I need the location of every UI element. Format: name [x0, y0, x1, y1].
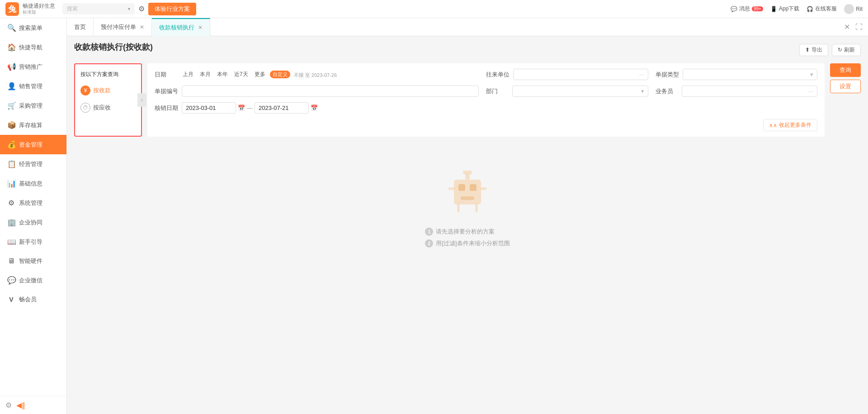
- receipt-option-icon: ¥: [80, 86, 90, 95]
- app-icon: 📱: [770, 6, 777, 12]
- sidebar-item-enterprise[interactable]: 🏢 企业协同: [0, 213, 66, 232]
- date-label: 日期: [155, 71, 177, 79]
- sidebar-item-system[interactable]: ⚙ 系统管理: [0, 193, 66, 213]
- sidebar: 🔍 搜索菜单 🏠 快捷导航 📢 营销推广 👤 销售管理 🛒 采购管理 📦 库存核…: [0, 18, 67, 414]
- message-badge: 99+: [752, 6, 763, 11]
- query-area: 日期 上月 本月 本年 近7天 更多 自定义: [147, 63, 861, 137]
- page-content: 收款核销执行(按收款) ⬆ 导出 ↻ 刷新 按以下方案查询: [67, 36, 868, 414]
- sidebar-item-quick-nav[interactable]: 🏠 快捷导航: [0, 38, 66, 57]
- date-btn-more[interactable]: 更多: [253, 70, 267, 79]
- sidebar-collapse-icon[interactable]: ◀‖: [16, 401, 25, 409]
- sidebar-bottom: ⚙ ◀‖: [0, 396, 66, 414]
- tab-receipt-verify[interactable]: 收款核销执行 ✕: [152, 18, 210, 36]
- doc-type-label: 单据类型: [656, 71, 679, 79]
- empty-state: 1 请先选择要分析的方案 2 用[过滤]条件来缩小分析范围: [74, 137, 861, 275]
- tab-receipt-verify-close-icon[interactable]: ✕: [198, 24, 203, 31]
- sidebar-item-biz[interactable]: 📋 经营管理: [0, 154, 66, 174]
- search-placeholder: 搜索: [67, 5, 78, 13]
- filter-sidebar-collapse-icon[interactable]: ‹: [137, 93, 146, 107]
- staff-select[interactable]: ···: [682, 86, 818, 97]
- date-btn-7days[interactable]: 近7天: [232, 70, 250, 79]
- sidebar-item-marketing[interactable]: 📢 营销推广: [0, 57, 66, 76]
- verify-date-field: 核销日期 📅 — 📅: [155, 102, 482, 114]
- doc-type-field: 单据类型 ▾: [656, 69, 818, 80]
- doc-no-label: 单据编号: [155, 87, 178, 95]
- refresh-icon: ↻: [838, 47, 842, 53]
- date-field: 日期 上月 本月 本年 近7天 更多 自定义: [155, 70, 479, 79]
- sidebar-settings-icon[interactable]: ⚙: [5, 401, 12, 409]
- capital-icon: 💰: [7, 140, 15, 149]
- filter-form: 日期 上月 本月 本年 近7天 更多 自定义: [147, 63, 825, 137]
- sidebar-item-smart-hw[interactable]: 🖥 智能硬件: [0, 252, 66, 271]
- app-logo: 兔: [5, 2, 19, 16]
- query-button[interactable]: 查询: [830, 63, 861, 77]
- tab-prepay[interactable]: 预付冲应付单 ✕: [94, 18, 152, 36]
- tab-close-all-icon[interactable]: ✕: [842, 21, 852, 33]
- avatar: [844, 4, 854, 14]
- app-download-button[interactable]: 📱 App下载: [770, 5, 799, 13]
- sidebar-item-capital[interactable]: 💰 资金管理: [0, 135, 66, 154]
- verify-date-start-input[interactable]: [182, 102, 236, 114]
- sidebar-item-search-menu[interactable]: 🔍 搜索菜单: [0, 18, 66, 38]
- message-button[interactable]: 💬 消息 99+: [731, 5, 763, 13]
- export-button[interactable]: ⬆ 导出: [799, 44, 828, 56]
- date-btn-this-month[interactable]: 本月: [198, 70, 212, 79]
- filter-option-by-receivable[interactable]: ⏱ 按应收: [75, 99, 141, 116]
- industry-solution-button[interactable]: 体验行业方案: [148, 3, 196, 15]
- wechat-icon: 💬: [7, 276, 15, 285]
- refresh-button[interactable]: ↻ 刷新: [832, 44, 861, 56]
- empty-hints: 1 请先选择要分析的方案 2 用[过滤]条件来缩小分析范围: [425, 228, 509, 247]
- svg-rect-3: [461, 196, 474, 200]
- date-custom-badge[interactable]: 自定义: [270, 71, 290, 78]
- inventory-icon: 📦: [7, 121, 15, 129]
- sidebar-item-inventory[interactable]: 📦 库存核算: [0, 115, 66, 135]
- app-edition: 标准版: [23, 10, 55, 15]
- empty-illustration: [440, 164, 495, 222]
- tab-prepay-close-icon[interactable]: ✕: [140, 24, 144, 30]
- sidebar-item-wechat-biz[interactable]: 💬 企业微信: [0, 271, 66, 290]
- verify-date-end-calendar-icon[interactable]: 📅: [311, 105, 318, 111]
- collapse-more-button[interactable]: ∧∧ 收起更多条件: [763, 119, 817, 131]
- settings-gear-icon[interactable]: ⚙: [138, 5, 145, 13]
- filter-row-3: 核销日期 📅 — 📅: [155, 102, 817, 114]
- date-btn-last-month[interactable]: 上月: [181, 70, 195, 79]
- empty-hint-1: 1 请先选择要分析的方案: [425, 228, 509, 236]
- counterparty-select[interactable]: ···: [513, 69, 648, 80]
- sidebar-item-purchase[interactable]: 🛒 采购管理: [0, 96, 66, 115]
- page-title: 收款核销执行(按收款): [74, 42, 153, 52]
- staff-field: 业务员 ···: [656, 86, 818, 97]
- svg-rect-0: [454, 180, 481, 205]
- filter-option-by-receipt[interactable]: ¥ 按收款: [75, 82, 141, 99]
- search-chevron-icon: ▾: [128, 6, 130, 11]
- message-icon: 💬: [731, 6, 737, 12]
- tab-home[interactable]: 首页: [67, 18, 94, 36]
- search-bar[interactable]: 搜索 ▾: [62, 3, 135, 14]
- search-btn-group: 查询 设置: [830, 63, 861, 93]
- counterparty-label: 往来单位: [486, 71, 509, 79]
- app-brand: 畅捷通好生意: [23, 3, 55, 9]
- content-area: 首页 预付冲应付单 ✕ 收款核销执行 ✕ ✕ ⛶ 收款核销执行(按收款): [67, 18, 868, 414]
- doc-type-chevron-icon: ▾: [810, 71, 813, 78]
- export-icon: ⬆: [805, 47, 810, 53]
- search-icon: 🔍: [7, 24, 15, 32]
- tab-expand-icon[interactable]: ⛶: [854, 21, 864, 33]
- sidebar-item-basic-info[interactable]: 📊 基础信息: [0, 174, 66, 193]
- user-profile-button[interactable]: Rit: [844, 4, 863, 14]
- date-quick-group: 上月 本月 本年 近7天 更多 自定义: [181, 70, 290, 79]
- dept-select[interactable]: ▾: [512, 86, 648, 97]
- date-btn-this-year[interactable]: 本年: [215, 70, 230, 79]
- sidebar-item-vip[interactable]: V 畅会员: [0, 290, 66, 309]
- receivable-option-icon: ⏱: [80, 103, 90, 113]
- sidebar-item-sales[interactable]: 👤 销售管理: [0, 76, 66, 96]
- smart-hw-icon: 🖥: [7, 257, 15, 265]
- counterparty-more-icon: ···: [639, 71, 644, 78]
- settings-button[interactable]: 设置: [830, 80, 861, 93]
- sidebar-item-beginner[interactable]: 📖 新手引导: [0, 232, 66, 252]
- online-service-button[interactable]: 🎧 在线客服: [807, 5, 837, 13]
- doc-no-input[interactable]: [182, 86, 479, 97]
- marketing-icon: 📢: [7, 62, 15, 71]
- doc-type-select[interactable]: ▾: [683, 69, 818, 80]
- main-layout: 🔍 搜索菜单 🏠 快捷导航 📢 营销推广 👤 销售管理 🛒 采购管理 📦 库存核…: [0, 18, 868, 414]
- verify-date-start-calendar-icon[interactable]: 📅: [238, 105, 245, 111]
- verify-date-end-input[interactable]: [255, 102, 309, 114]
